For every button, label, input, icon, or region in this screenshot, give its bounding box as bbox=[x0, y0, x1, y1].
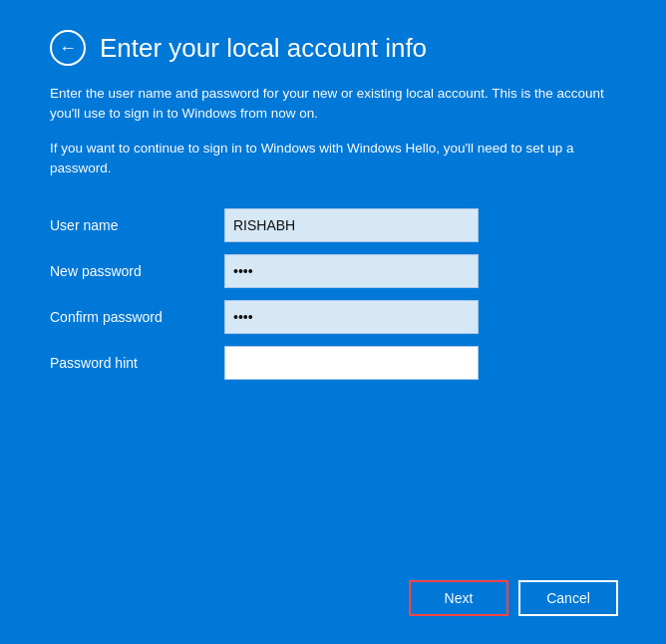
description-second: If you want to continue to sign in to Wi… bbox=[50, 139, 616, 179]
username-label: User name bbox=[50, 217, 224, 233]
cancel-button[interactable]: Cancel bbox=[518, 580, 618, 616]
new-password-input[interactable] bbox=[224, 254, 479, 288]
new-password-row: New password bbox=[50, 254, 616, 288]
form-area: User name New password Confirm password … bbox=[50, 208, 616, 392]
description-first: Enter the user name and password for you… bbox=[50, 84, 616, 125]
back-arrow-icon: ← bbox=[59, 39, 77, 57]
new-password-label: New password bbox=[50, 263, 224, 279]
password-hint-label: Password hint bbox=[50, 355, 224, 371]
password-hint-row: Password hint bbox=[50, 346, 616, 380]
back-button[interactable]: ← bbox=[50, 30, 86, 66]
username-row: User name bbox=[50, 208, 616, 242]
page-title: Enter your local account info bbox=[100, 33, 427, 64]
header: ← Enter your local account info bbox=[50, 30, 616, 66]
confirm-password-label: Confirm password bbox=[50, 309, 224, 325]
username-input[interactable] bbox=[224, 208, 479, 242]
bottom-buttons: Next Cancel bbox=[409, 580, 618, 616]
confirm-password-input[interactable] bbox=[224, 300, 479, 334]
next-button[interactable]: Next bbox=[409, 580, 508, 616]
password-hint-input[interactable] bbox=[224, 346, 479, 380]
page-container: ← Enter your local account info Enter th… bbox=[0, 0, 666, 644]
confirm-password-row: Confirm password bbox=[50, 300, 616, 334]
